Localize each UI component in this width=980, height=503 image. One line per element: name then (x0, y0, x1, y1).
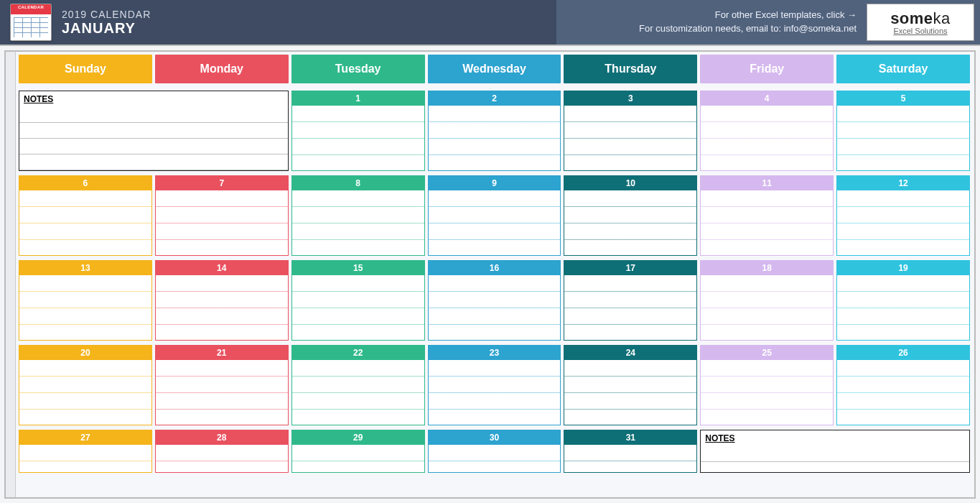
weekday-saturday: Saturday (836, 55, 970, 83)
notes-label: NOTES (701, 430, 969, 443)
day-18[interactable]: 18 (700, 260, 834, 341)
day-body[interactable] (701, 106, 833, 170)
weekday-thursday: Thursday (564, 55, 697, 83)
day-body[interactable] (429, 106, 561, 170)
day-body[interactable] (429, 275, 561, 340)
day-22[interactable]: 22 (291, 345, 425, 425)
day-body[interactable] (156, 445, 288, 472)
day-body[interactable] (837, 360, 969, 425)
day-body[interactable] (19, 190, 151, 255)
weekday-sunday: Sunday (19, 55, 152, 83)
day-10[interactable]: 10 (564, 175, 697, 256)
day-26[interactable]: 26 (836, 345, 970, 425)
day-28[interactable]: 28 (155, 430, 289, 473)
calendar-year-title: 2019 CALENDAR (62, 9, 151, 20)
someka-logo[interactable]: someka Excel Solutions (867, 4, 974, 41)
day-23[interactable]: 23 (428, 345, 561, 425)
day-number: 27 (19, 430, 151, 445)
notes-block[interactable]: NOTES (700, 430, 970, 473)
day-body[interactable] (19, 445, 151, 472)
day-16[interactable]: 16 (428, 260, 561, 341)
day-body[interactable] (429, 360, 561, 425)
day-31[interactable]: 31 (564, 430, 697, 473)
day-body[interactable] (701, 360, 833, 425)
day-body[interactable] (701, 275, 833, 340)
day-number: 4 (701, 91, 833, 106)
day-6[interactable]: 6 (19, 175, 152, 256)
logo-subtitle: Excel Solutions (893, 27, 947, 35)
day-20[interactable]: 20 (19, 345, 152, 425)
day-body[interactable] (429, 445, 561, 472)
day-body[interactable] (701, 190, 833, 255)
notes-lines[interactable] (701, 446, 969, 472)
day-number: 6 (19, 176, 151, 190)
day-body[interactable] (19, 275, 151, 340)
day-number: 9 (429, 176, 561, 190)
day-body[interactable] (292, 190, 424, 255)
calendar-content: SundayMondayTuesdayWednesdayThursdayFrid… (16, 52, 974, 497)
day-5[interactable]: 5 (836, 91, 970, 171)
day-body[interactable] (156, 360, 288, 425)
day-number: 21 (156, 346, 288, 360)
day-body[interactable] (837, 106, 969, 170)
day-14[interactable]: 14 (155, 260, 289, 341)
day-number: 31 (564, 430, 696, 445)
notes-block[interactable]: NOTES (19, 91, 289, 171)
day-body[interactable] (564, 445, 696, 472)
customization-email[interactable]: For customization needs, email to: info@… (639, 22, 857, 36)
day-number: 3 (564, 91, 696, 106)
day-24[interactable]: 24 (564, 345, 697, 425)
day-number: 1 (292, 91, 424, 106)
day-body[interactable] (429, 190, 561, 255)
notes-lines[interactable] (19, 107, 288, 170)
day-body[interactable] (292, 275, 424, 340)
day-7[interactable]: 7 (155, 175, 289, 256)
day-1[interactable]: 1 (291, 91, 425, 171)
templates-link[interactable]: For other Excel templates, click → (639, 9, 857, 22)
day-body[interactable] (156, 190, 288, 255)
weekday-friday: Friday (700, 55, 834, 83)
day-19[interactable]: 19 (836, 260, 970, 341)
day-body[interactable] (19, 360, 151, 425)
day-number: 16 (429, 261, 561, 275)
day-body[interactable] (837, 275, 969, 340)
day-29[interactable]: 29 (291, 430, 425, 473)
day-12[interactable]: 12 (836, 175, 970, 256)
day-body[interactable] (292, 445, 424, 472)
day-number: 26 (837, 346, 969, 360)
day-30[interactable]: 30 (428, 430, 561, 473)
day-9[interactable]: 9 (428, 175, 561, 256)
header-links: For other Excel templates, click → For c… (639, 9, 857, 36)
day-body[interactable] (292, 360, 424, 425)
day-number: 18 (701, 261, 833, 275)
day-3[interactable]: 3 (564, 91, 697, 171)
day-number: 2 (429, 91, 561, 106)
spreadsheet-area: SundayMondayTuesdayWednesdayThursdayFrid… (4, 50, 976, 499)
day-body[interactable] (564, 275, 696, 340)
day-body[interactable] (564, 360, 696, 425)
day-number: 20 (19, 346, 151, 360)
day-body[interactable] (837, 190, 969, 255)
day-25[interactable]: 25 (700, 345, 834, 425)
day-number: 12 (837, 176, 969, 190)
day-number: 7 (156, 176, 288, 190)
day-body[interactable] (156, 275, 288, 340)
day-8[interactable]: 8 (291, 175, 425, 256)
day-number: 10 (564, 176, 696, 190)
day-11[interactable]: 11 (700, 175, 834, 256)
day-number: 30 (429, 430, 561, 445)
day-number: 19 (837, 261, 969, 275)
day-17[interactable]: 17 (564, 260, 697, 341)
day-13[interactable]: 13 (19, 260, 152, 341)
day-body[interactable] (564, 190, 696, 255)
day-body[interactable] (292, 106, 424, 170)
day-number: 11 (701, 176, 833, 190)
header-titles: 2019 CALENDAR JANUARY (62, 9, 151, 37)
day-15[interactable]: 15 (291, 260, 425, 341)
day-2[interactable]: 2 (428, 91, 561, 171)
day-21[interactable]: 21 (155, 345, 289, 425)
day-body[interactable] (564, 106, 696, 170)
day-27[interactable]: 27 (19, 430, 152, 473)
logo-rest: ka (933, 9, 951, 27)
day-4[interactable]: 4 (700, 91, 834, 171)
